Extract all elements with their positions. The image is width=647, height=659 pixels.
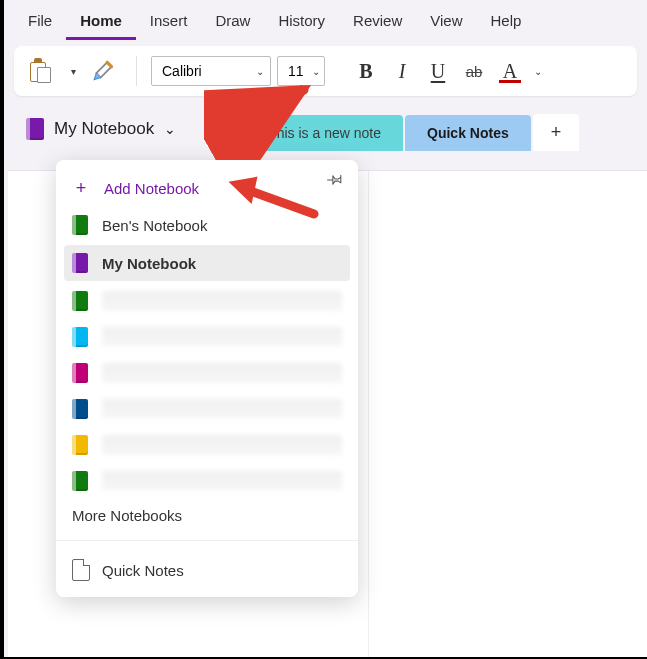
menu-help[interactable]: Help bbox=[477, 6, 536, 40]
font-color-button[interactable]: A bbox=[493, 54, 527, 88]
redacted-label bbox=[102, 471, 342, 491]
menu-review[interactable]: Review bbox=[339, 6, 416, 40]
redacted-label bbox=[102, 435, 342, 455]
underline-button[interactable]: U bbox=[421, 54, 455, 88]
notebook-item[interactable] bbox=[56, 391, 358, 427]
notebook-list: Ben's NotebookMy Notebook bbox=[56, 207, 358, 499]
font-color-dropdown-caret[interactable]: ⌄ bbox=[529, 54, 547, 88]
chevron-down-icon: ▾ bbox=[71, 66, 76, 77]
notebook-item[interactable]: My Notebook bbox=[64, 245, 350, 281]
ribbon: ▾ Calibri ⌄ 11 ⌄ B I U ab A ⌄ bbox=[14, 46, 637, 96]
font-color-swatch bbox=[499, 80, 521, 83]
more-notebooks-label: More Notebooks bbox=[72, 507, 182, 524]
menu-history[interactable]: History bbox=[264, 6, 339, 40]
notebook-icon bbox=[72, 363, 88, 383]
redacted-label bbox=[102, 363, 342, 383]
annotation-arrow-2 bbox=[214, 170, 324, 230]
notebook-item[interactable] bbox=[56, 319, 358, 355]
notebook-icon bbox=[72, 471, 88, 491]
notebook-current-label: My Notebook bbox=[54, 119, 154, 139]
redacted-label bbox=[102, 327, 342, 347]
notebook-icon bbox=[72, 291, 88, 311]
menu-view[interactable]: View bbox=[416, 6, 476, 40]
italic-button[interactable]: I bbox=[385, 54, 419, 88]
notebook-icon bbox=[72, 435, 88, 455]
paste-button[interactable] bbox=[24, 54, 58, 88]
chevron-down-icon: ⌄ bbox=[164, 121, 176, 137]
ribbon-clipboard-group: ▾ bbox=[24, 54, 122, 88]
page-edge bbox=[368, 171, 369, 657]
ribbon-format-group: B I U ab A ⌄ bbox=[349, 54, 547, 88]
strikethrough-button[interactable]: ab bbox=[457, 54, 491, 88]
notebook-icon bbox=[72, 327, 88, 347]
plus-icon: + bbox=[72, 178, 90, 199]
format-painter-button[interactable] bbox=[88, 54, 122, 88]
font-size-value: 11 bbox=[288, 63, 304, 79]
notebook-item[interactable] bbox=[56, 355, 358, 391]
notebook-icon bbox=[72, 215, 88, 235]
redacted-label bbox=[102, 291, 342, 311]
notebook-icon bbox=[72, 253, 88, 273]
menu-file[interactable]: File bbox=[14, 6, 66, 40]
format-painter-icon bbox=[92, 58, 118, 84]
dropdown-divider bbox=[56, 540, 358, 541]
dropdown-quick-notes[interactable]: Quick Notes bbox=[56, 549, 358, 591]
notebook-selector[interactable]: My Notebook ⌄ bbox=[16, 106, 186, 151]
notebook-icon bbox=[72, 399, 88, 419]
paste-dropdown-caret[interactable]: ▾ bbox=[64, 54, 82, 88]
annotation-arrow-1 bbox=[204, 80, 314, 160]
notebook-icon bbox=[26, 118, 44, 140]
menu-insert[interactable]: Insert bbox=[136, 6, 202, 40]
menu-home[interactable]: Home bbox=[66, 6, 136, 40]
bold-button[interactable]: B bbox=[349, 54, 383, 88]
page-icon bbox=[72, 559, 90, 581]
notebook-item[interactable] bbox=[56, 427, 358, 463]
font-name-value: Calibri bbox=[162, 63, 202, 79]
notebook-header: My Notebook ⌄ This is a new note Quick N… bbox=[4, 106, 647, 151]
notebook-item[interactable] bbox=[56, 463, 358, 499]
chevron-down-icon: ⌄ bbox=[534, 66, 542, 77]
svg-marker-2 bbox=[226, 173, 258, 205]
more-notebooks-button[interactable]: More Notebooks bbox=[56, 499, 358, 532]
menu-draw[interactable]: Draw bbox=[201, 6, 264, 40]
chevron-down-icon: ⌄ bbox=[256, 66, 264, 77]
redacted-label bbox=[102, 399, 342, 419]
menu-bar: File Home Insert Draw History Review Vie… bbox=[4, 0, 647, 40]
chevron-down-icon: ⌄ bbox=[312, 66, 320, 77]
ribbon-divider bbox=[136, 56, 137, 86]
add-notebook-label: Add Notebook bbox=[104, 180, 199, 197]
dropdown-quick-notes-label: Quick Notes bbox=[102, 562, 184, 579]
notebook-item-label: Ben's Notebook bbox=[102, 217, 207, 234]
notebook-item-label: My Notebook bbox=[102, 255, 196, 272]
tab-add-section[interactable]: + bbox=[533, 114, 580, 151]
tab-quick-notes[interactable]: Quick Notes bbox=[405, 115, 531, 151]
paste-icon bbox=[30, 58, 52, 84]
notebook-item[interactable] bbox=[56, 283, 358, 319]
